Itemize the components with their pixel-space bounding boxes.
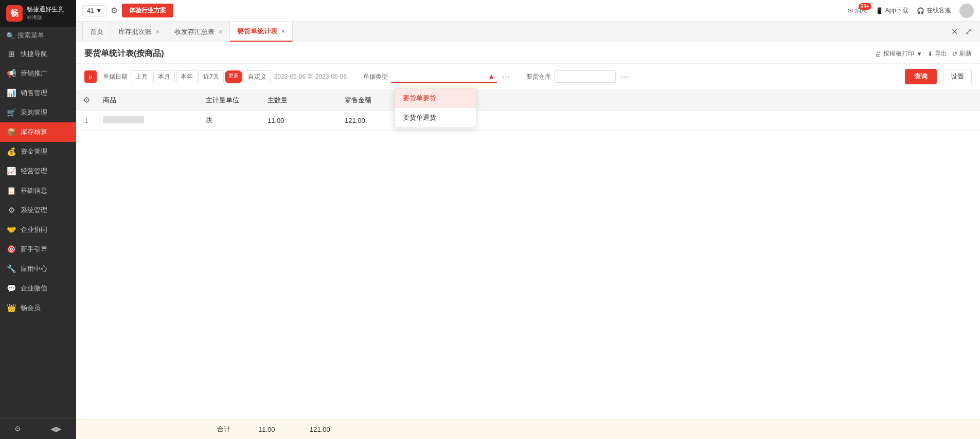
header-settings-icon[interactable]: ⚙ xyxy=(111,6,118,15)
tab-inventory-batch-close[interactable]: × xyxy=(156,28,159,35)
sidebar-item-sales[interactable]: 📊 销售管理 xyxy=(0,83,76,103)
col-header-extra xyxy=(416,90,980,111)
page-content: 要货单统计表(按商品) 🖨 按模板打印 ▼ ⬇ 导出 ↺ 刷新 » xyxy=(76,42,980,439)
sidebar-item-app-center[interactable]: 🔧 应用中心 xyxy=(0,259,76,279)
filter-this-year-btn[interactable]: 本年 xyxy=(176,70,198,83)
sidebar-collapse-btn[interactable]: ◀▶ xyxy=(46,423,66,435)
warehouse-input[interactable] xyxy=(554,70,616,83)
tab-order-summary[interactable]: 要货单统计表 × xyxy=(230,22,293,42)
col-header-settings[interactable]: ⚙ xyxy=(76,90,97,111)
sidebar-item-purchase[interactable]: 🛒 采购管理 xyxy=(0,103,76,122)
sidebar-item-wechat[interactable]: 💬 企业微信 xyxy=(0,279,76,298)
dropdown-item-order-return[interactable]: 要货单退货 xyxy=(395,108,476,127)
product-blurred xyxy=(103,116,144,123)
sidebar-item-label: 企业微信 xyxy=(21,284,47,293)
logo-sub: 标准版 xyxy=(27,14,64,21)
quick-nav-icon: ⊞ xyxy=(6,49,16,59)
filter-custom-btn[interactable]: 自定义 xyxy=(243,70,271,83)
main-area: 41 ▼ ⚙ 体验行业方案 ✉ 消息 99+ 📱 App下载 🎧 在线客服 xyxy=(76,0,980,439)
tab-inventory-batch[interactable]: 库存批次账 × xyxy=(111,22,167,42)
search-label: 搜索菜单 xyxy=(17,31,44,40)
sidebar-item-system[interactable]: ⚙ 系统管理 xyxy=(0,200,76,220)
date-filter-label: 单据日期 xyxy=(103,72,128,81)
sidebar-item-label: 快捷导航 xyxy=(21,49,47,59)
tab-home[interactable]: 首页 xyxy=(82,22,111,42)
guide-icon: 🎯 xyxy=(6,245,16,254)
sidebar-item-quick-nav[interactable]: ⊞ 快捷导航 xyxy=(0,44,76,64)
tab-receive-summary-close[interactable]: × xyxy=(219,28,222,35)
app-download-item[interactable]: 📱 App下载 xyxy=(876,6,908,15)
table-wrapper: ⚙ 商品 主计量单位 主数量 零售金额 1 xyxy=(76,90,980,419)
filter-up-month-btn[interactable]: 上月 xyxy=(131,70,152,83)
doc-type-input[interactable] xyxy=(391,70,486,82)
sidebar-item-label: 销售管理 xyxy=(21,88,47,98)
tab-close-all-btn[interactable]: ✕ xyxy=(949,26,960,38)
sidebar-item-label: 企业协同 xyxy=(21,225,47,234)
app-download-label: App下载 xyxy=(885,6,908,15)
print-btn[interactable]: 🖨 按模板打印 ▼ xyxy=(875,49,922,58)
filter-more-badge[interactable]: 更多 xyxy=(225,70,242,83)
service-icon: 🎧 xyxy=(917,7,924,14)
finance-icon: 💰 xyxy=(6,147,16,156)
company-selector[interactable]: 41 ▼ xyxy=(82,5,106,16)
operation-icon: 📈 xyxy=(6,167,16,176)
marketing-icon: 📢 xyxy=(6,69,16,78)
doc-type-dropdown: 要货单要货 要货单退货 xyxy=(394,88,476,128)
footer-label: 合计 xyxy=(211,425,252,434)
filter-toggle-btn[interactable]: » xyxy=(84,70,97,83)
export-icon: ⬇ xyxy=(928,50,933,58)
purchase-icon: 🛒 xyxy=(6,108,16,117)
tab-order-summary-close[interactable]: × xyxy=(281,28,285,35)
cell-index: 1 xyxy=(76,111,97,131)
filter-this-month-btn[interactable]: 本月 xyxy=(153,70,175,83)
member-icon: 👑 xyxy=(6,303,16,313)
page-title: 要货单统计表(按商品) xyxy=(84,48,164,59)
dropdown-item-order-goods[interactable]: 要货单要货 xyxy=(395,88,476,108)
sidebar-item-member[interactable]: 👑 畅会员 xyxy=(0,298,76,318)
sidebar-settings-btn[interactable]: ⚙ xyxy=(10,423,25,435)
sidebar-item-finance[interactable]: 💰 资金管理 xyxy=(0,142,76,161)
sidebar-item-label: 基础信息 xyxy=(21,186,47,195)
cell-product xyxy=(97,111,200,131)
messages-item[interactable]: ✉ 消息 99+ xyxy=(848,6,867,15)
sidebar-item-basic[interactable]: 📋 基础信息 xyxy=(0,181,76,200)
tab-receive-summary[interactable]: 收发存汇总表 × xyxy=(167,22,230,42)
col-header-unit: 主计量单位 xyxy=(200,90,261,111)
doc-type-arrow-icon[interactable]: ▲ xyxy=(486,72,497,80)
print-icon: 🖨 xyxy=(875,50,881,58)
footer-amount: 121.00 xyxy=(304,426,355,433)
sidebar-nav: ⊞ 快捷导航 📢 营销推广 📊 销售管理 🛒 采购管理 📦 库存核算 💰 资金管… xyxy=(0,44,76,418)
refresh-btn[interactable]: ↺ 刷新 xyxy=(952,49,972,58)
table-settings-btn[interactable]: 设置 xyxy=(943,69,972,84)
sidebar-item-operation[interactable]: 📈 经营管理 xyxy=(0,161,76,181)
export-btn[interactable]: ⬇ 导出 xyxy=(928,49,947,58)
sidebar: 畅 畅捷通好生意 标准版 🔍 搜索菜单 ⊞ 快捷导航 📢 营销推广 📊 销售管理… xyxy=(0,0,76,439)
query-btn[interactable]: 查询 xyxy=(905,69,937,84)
industry-btn[interactable]: 体验行业方案 xyxy=(122,4,173,17)
system-icon: ⚙ xyxy=(6,206,16,215)
col-header-product: 商品 xyxy=(97,90,200,111)
user-avatar[interactable] xyxy=(959,4,974,18)
sidebar-search[interactable]: 🔍 搜索菜单 xyxy=(0,27,76,44)
doc-type-more-icon[interactable]: ··· xyxy=(502,71,510,82)
sidebar-item-inventory[interactable]: 📦 库存核算 xyxy=(0,122,76,142)
message-icon: ✉ xyxy=(848,7,853,14)
sidebar-item-label: 系统管理 xyxy=(21,206,47,215)
column-settings-icon[interactable]: ⚙ xyxy=(83,96,90,104)
cell-extra xyxy=(416,111,980,131)
sidebar-item-marketing[interactable]: 📢 营销推广 xyxy=(0,64,76,83)
sidebar-item-enterprise[interactable]: 🤝 企业协同 xyxy=(0,220,76,240)
messages-badge: 99+ xyxy=(859,3,871,10)
sidebar-item-guide[interactable]: 🎯 新手引导 xyxy=(0,240,76,259)
cell-qty: 11.00 xyxy=(261,111,338,131)
table-row: 1 块 11.00 121.00 xyxy=(76,111,980,131)
export-label: 导出 xyxy=(935,49,947,58)
filter-recent7-btn[interactable]: 近7天 xyxy=(199,70,224,83)
tab-expand-btn[interactable]: ⤢ xyxy=(963,26,974,38)
warehouse-more-icon[interactable]: ··· xyxy=(621,71,629,82)
top-header: 41 ▼ ⚙ 体验行业方案 ✉ 消息 99+ 📱 App下载 🎧 在线客服 xyxy=(76,0,980,22)
online-service-item[interactable]: 🎧 在线客服 xyxy=(917,6,951,15)
sidebar-item-label: 经营管理 xyxy=(21,167,47,176)
sidebar-item-label: 应用中心 xyxy=(21,264,47,273)
refresh-label: 刷新 xyxy=(959,49,972,58)
